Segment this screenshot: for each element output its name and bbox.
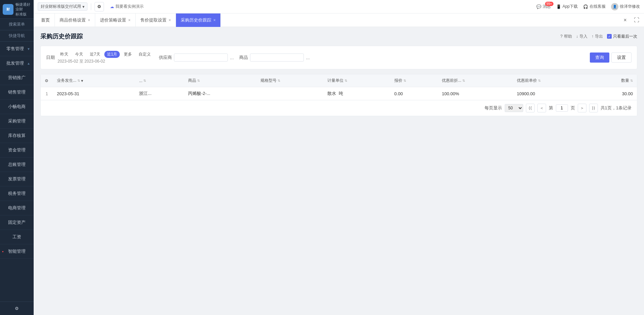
table-row[interactable]: 1 2023-05-31 浙江... 丙烯酸-2-... 散水 吨 0.00 1… xyxy=(41,87,637,100)
logo-icon: 财 xyxy=(3,4,13,15)
gear-icon: ⚙ xyxy=(15,306,19,311)
sidebar-item-ecommerce[interactable]: 电商管理 xyxy=(0,201,34,215)
close-tab-action[interactable]: × xyxy=(620,15,630,25)
gear-icon[interactable]: ⚙ xyxy=(45,78,48,83)
date-pill-1month[interactable]: 近1月 xyxy=(104,51,120,58)
app-download-button[interactable]: 📱 App下载 xyxy=(556,4,578,9)
date-pill-custom[interactable]: 自定义 xyxy=(136,51,153,58)
expand-tab-action[interactable]: ⛶ xyxy=(632,15,641,25)
sidebar-item-wholesale[interactable]: 批发管理 ▲ xyxy=(0,56,34,71)
cell-index: 1 xyxy=(41,87,53,100)
tab-close-sell-extract[interactable]: × xyxy=(169,18,171,23)
tab-close-purchase-strategy[interactable]: × xyxy=(128,18,131,23)
chevron-down-icon: ▾ xyxy=(82,4,84,9)
date-filter-group: 日期 昨天 今天 近7天 近1月 更多 自定义 2023-05-02 至 202… xyxy=(46,51,153,64)
per-page-select[interactable]: 50 100 200 xyxy=(505,104,523,112)
sidebar-item-ecommerce-xiao[interactable]: 小畅电商 xyxy=(0,100,34,114)
page-header: 采购历史价跟踪 ? 帮助 ↓ 导入 ↑ 导出 ✓ 只看最后一次 xyxy=(40,32,637,40)
sidebar-item-sales[interactable]: 销售管理 xyxy=(0,85,34,100)
th-quantity: 数量 ⇅ xyxy=(589,74,637,87)
supplier-input[interactable] xyxy=(174,54,228,62)
sidebar-item-purchase[interactable]: 采购管理 xyxy=(0,114,34,129)
version-select[interactable]: 好业财标准版交付试用 ▾ xyxy=(38,2,87,11)
sidebar-settings[interactable]: ⚙ xyxy=(0,302,34,315)
sidebar: 财 畅捷通好业财 标准版 搜索菜单 快捷导航 零售管理 ▼ 批发管理 ▲ 营销推… xyxy=(0,0,34,315)
first-page-button[interactable]: ⟨⟨ xyxy=(526,104,535,112)
filter-icon: ▾ xyxy=(81,78,83,83)
sidebar-item-ai[interactable]: 智能管理 xyxy=(0,244,34,259)
sidebar-item-marketing[interactable]: 营销推广 xyxy=(0,71,34,85)
goods-filter-group: 商品 ... xyxy=(239,54,310,62)
date-pill-today[interactable]: 今天 xyxy=(72,51,86,58)
sidebar-item-retail[interactable]: 零售管理 ▼ xyxy=(0,42,34,56)
sidebar-item-tax[interactable]: 税务管理 xyxy=(0,186,34,201)
sort-icon: ⇅ xyxy=(403,79,406,82)
last-page-button[interactable]: ⟩⟩ xyxy=(589,104,598,112)
settings-button[interactable]: 设置 xyxy=(611,53,632,63)
page-input[interactable] xyxy=(556,104,568,112)
cell-discount: 100.00% xyxy=(438,87,513,100)
export-icon: ↑ xyxy=(592,34,594,39)
user-menu[interactable]: 👤 徐泽华修改 xyxy=(611,3,640,10)
demo-link[interactable]: ☁ 我要看实例演示 xyxy=(110,4,144,9)
data-table: ⚙ 业务发生... ⇅ ▾ ... ⇅ xyxy=(41,74,637,100)
supplier-dots[interactable]: ... xyxy=(230,55,234,60)
sidebar-item-ledger[interactable]: 总账管理 xyxy=(0,158,34,172)
prev-page-button[interactable]: ＜ xyxy=(537,104,546,112)
chevron-icon: ▼ xyxy=(27,47,30,51)
online-service-button[interactable]: 🎧 在线客服 xyxy=(583,4,606,9)
th-date: 业务发生... ⇅ ▾ xyxy=(53,74,135,87)
tab-close-purchase-history[interactable]: × xyxy=(213,18,216,23)
main-area: 好业财标准版交付试用 ▾ ⚙ ☁ 我要看实例演示 💬 消息 99+ 📱 App下… xyxy=(34,0,644,315)
date-pill-7days[interactable]: 近7天 xyxy=(87,51,103,58)
table-header-row: ⚙ 业务发生... ⇅ ▾ ... ⇅ xyxy=(41,74,637,87)
only-last-checkbox[interactable]: ✓ xyxy=(607,34,612,39)
cell-spec xyxy=(256,87,323,100)
logo-text: 畅捷通好业财 标准版 xyxy=(15,2,31,16)
sidebar-item-assets[interactable]: 固定资产 xyxy=(0,215,34,230)
chevron-icon: ▲ xyxy=(27,62,30,65)
sidebar-search[interactable]: 搜索菜单 xyxy=(0,19,34,30)
sort-icon: ⇅ xyxy=(462,79,465,82)
export-button[interactable]: ↑ 导出 xyxy=(592,34,603,39)
th-more: ... ⇅ xyxy=(135,74,184,87)
page-label: 第 xyxy=(549,105,553,111)
filter-card: 日期 昨天 今天 近7天 近1月 更多 自定义 2023-05-02 至 202… xyxy=(40,46,637,69)
tab-sell-extract[interactable]: 售价提取设置 × xyxy=(136,13,176,27)
sidebar-shortcut[interactable]: 快捷导航 xyxy=(0,30,34,42)
sort-icon: ⇅ xyxy=(278,79,280,82)
only-last-checkbox-label[interactable]: ✓ 只看最后一次 xyxy=(607,34,637,39)
sidebar-item-invoice[interactable]: 发票管理 xyxy=(0,172,34,186)
filter-row: 日期 昨天 今天 近7天 近1月 更多 自定义 2023-05-02 至 202… xyxy=(46,51,632,64)
query-button[interactable]: 查询 xyxy=(590,53,609,63)
message-button[interactable]: 💬 消息 99+ xyxy=(536,4,551,9)
th-goods: 商品 ⇅ xyxy=(184,74,256,87)
sidebar-item-inventory[interactable]: 库存核算 xyxy=(0,129,34,143)
help-link[interactable]: ? 帮助 xyxy=(560,34,572,39)
sort-icon: ⇅ xyxy=(197,79,200,82)
date-pill-yesterday[interactable]: 昨天 xyxy=(58,51,71,58)
settings-icon[interactable]: ⚙ xyxy=(95,2,104,11)
sidebar-item-finance[interactable]: 资金管理 xyxy=(0,143,34,158)
cell-more: 浙江... xyxy=(135,87,184,100)
table-card: ⚙ 业务发生... ⇅ ▾ ... ⇅ xyxy=(40,74,637,116)
supplier-label: 供应商 xyxy=(159,55,172,61)
date-pill-more[interactable]: 更多 xyxy=(121,51,135,58)
next-page-button[interactable]: ＞ xyxy=(578,104,586,112)
sidebar-item-salary[interactable]: 工资 xyxy=(0,230,34,244)
tab-product-price[interactable]: 商品价格设置 × xyxy=(55,13,95,27)
tab-purchase-strategy[interactable]: 进价策略设置 × xyxy=(95,13,136,27)
th-discount: 优惠前折... ⇅ xyxy=(438,74,513,87)
cloud-icon: ☁ xyxy=(110,4,114,9)
sidebar-logo: 财 畅捷通好业财 标准版 xyxy=(0,0,34,19)
tab-purchase-history[interactable]: 采购历史价跟踪 × xyxy=(176,13,221,27)
page-header-actions: ? 帮助 ↓ 导入 ↑ 导出 ✓ 只看最后一次 xyxy=(560,34,637,39)
goods-input[interactable] xyxy=(250,54,304,62)
topbar-right: 💬 消息 99+ 📱 App下载 🎧 在线客服 👤 徐泽华修改 xyxy=(536,3,640,10)
sort-icon: ⇅ xyxy=(77,79,80,82)
tab-close-product-price[interactable]: × xyxy=(88,18,90,23)
import-button[interactable]: ↓ 导入 xyxy=(576,34,587,39)
tab-home[interactable]: 首页 xyxy=(36,13,55,27)
goods-dots[interactable]: ... xyxy=(306,55,310,60)
th-unit: 计量单位 ⇅ xyxy=(323,74,390,87)
